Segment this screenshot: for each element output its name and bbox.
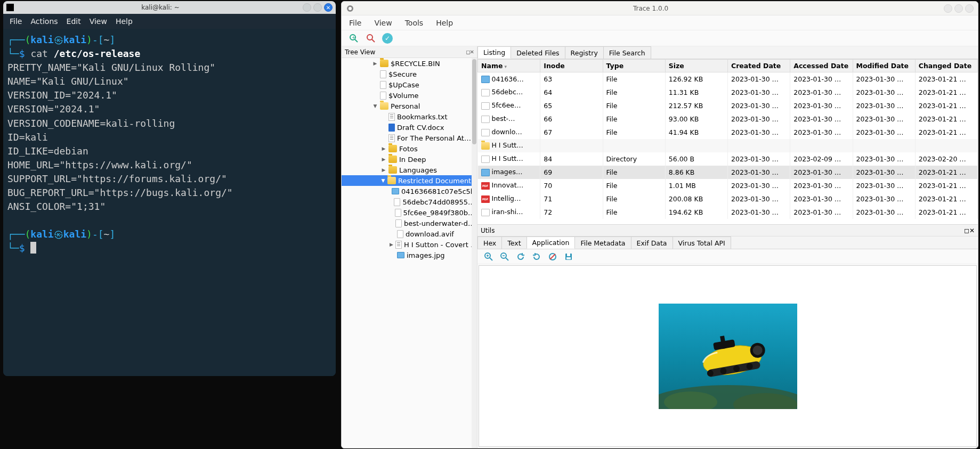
tree-item[interactable]: ▼Restricted Documents: [342, 175, 477, 186]
table-row[interactable]: Innovat…70File1.01 MB2023-01-30 …2023-01…: [478, 179, 978, 192]
tree-item-label: Draft CV.docx: [397, 124, 444, 132]
zoom-in-icon[interactable]: [484, 252, 493, 262]
trace-toolbar: + ✓: [342, 30, 978, 46]
twisty-icon[interactable]: ▶: [381, 167, 386, 173]
panel-controls[interactable]: ◻✕: [466, 49, 474, 55]
table-row[interactable]: 041636…63File126.92 KB2023-01-30 …2023-0…: [478, 72, 978, 86]
table-row[interactable]: 56debc…64File11.31 KB2023-01-30 …2023-01…: [478, 86, 978, 99]
column-header[interactable]: Type: [603, 60, 665, 72]
zoom-tool-icon[interactable]: [365, 32, 377, 44]
table-row[interactable]: best-…66File93.00 KB2023-01-30 …2023-01-…: [478, 112, 978, 126]
twisty-icon[interactable]: ▶: [381, 146, 386, 151]
check-icon[interactable]: ✓: [382, 33, 393, 44]
menu-help[interactable]: Help: [436, 19, 453, 27]
menu-view[interactable]: View: [90, 17, 107, 26]
svg-point-1: [349, 7, 352, 10]
tree-item[interactable]: Draft CV.docx: [342, 122, 477, 133]
utils-controls[interactable]: ◻✕: [964, 227, 975, 234]
tree-item[interactable]: best-underwater-d…: [342, 218, 477, 228]
column-header[interactable]: Changed Date: [915, 60, 977, 72]
tree-item[interactable]: images.jpg: [342, 250, 477, 260]
table-row[interactable]: images…69File8.86 KB2023-01-30 …2023-01-…: [478, 166, 978, 179]
svg-line-15: [550, 254, 555, 259]
twisty-icon[interactable]: ▶: [372, 61, 378, 66]
tree-item[interactable]: ▶Languages: [342, 165, 477, 175]
tab-metadata[interactable]: File Metadata: [574, 236, 631, 249]
tab-filesearch[interactable]: File Search: [603, 46, 651, 59]
twisty-icon[interactable]: ▼: [372, 103, 378, 109]
listing-table[interactable]: NameInodeTypeSizeCreated DateAccessed Da…: [477, 59, 978, 224]
cell: 2023-01-30 …: [790, 86, 853, 99]
menu-view[interactable]: View: [374, 19, 392, 27]
tree-item[interactable]: 56debc74dd08955…: [342, 197, 477, 207]
table-row[interactable]: 5fc6ee…65File212.57 KB2023-01-30 …2023-0…: [478, 99, 978, 112]
twisty-icon[interactable]: ▶: [390, 242, 393, 247]
zoom-out-icon[interactable]: [500, 252, 509, 262]
column-header[interactable]: Inode: [540, 60, 603, 72]
tab-registry[interactable]: Registry: [565, 46, 604, 59]
tab-hex[interactable]: Hex: [477, 236, 502, 249]
minimize-button[interactable]: [303, 3, 311, 12]
tree-item-label: Fotos: [399, 145, 418, 153]
tab-listing[interactable]: Listing: [477, 46, 511, 59]
terminal-body[interactable]: ┌──(kali㉿kali)-[~] └─$ cat /etc/os-relea…: [3, 29, 336, 376]
column-header[interactable]: Name: [478, 60, 540, 72]
txt-icon: [388, 113, 395, 121]
tab-deleted[interactable]: Deleted Files: [511, 46, 565, 59]
column-header[interactable]: Created Date: [728, 60, 790, 72]
trace-window: Trace 1.0.0 File View Tools Help + ✓ Tre…: [341, 1, 978, 448]
tree-item[interactable]: Bookmarks.txt: [342, 111, 477, 122]
maximize-button[interactable]: [313, 3, 322, 12]
terminal-titlebar[interactable]: kali@kali: ~ ✕: [3, 1, 336, 14]
tab-application[interactable]: Application: [527, 236, 576, 249]
close-button[interactable]: [965, 4, 974, 13]
menu-actions[interactable]: Actions: [30, 17, 58, 26]
tab-exif[interactable]: Exif Data: [631, 236, 673, 249]
menu-help[interactable]: Help: [116, 17, 133, 26]
close-button[interactable]: ✕: [324, 3, 333, 12]
column-header[interactable]: Modified Date: [853, 60, 915, 72]
tab-text[interactable]: Text: [501, 236, 527, 249]
column-header[interactable]: Size: [665, 60, 727, 72]
column-header[interactable]: Accessed Date: [790, 60, 853, 72]
file-icon: [481, 209, 490, 216]
tree-item[interactable]: ▶In Deep: [342, 154, 477, 165]
save-icon[interactable]: [564, 252, 573, 262]
tree-item[interactable]: $Volume: [342, 90, 477, 101]
menu-edit[interactable]: Edit: [67, 17, 81, 26]
twisty-icon[interactable]: ▶: [381, 157, 386, 162]
tree-scrollbar[interactable]: [472, 58, 477, 448]
tree-item[interactable]: 5fc6ee_9849f380b…: [342, 207, 477, 218]
tree-item[interactable]: ▶Fotos: [342, 143, 477, 154]
table-row[interactable]: iran-shi…72File194.62 KB2023-01-30 …2023…: [478, 206, 978, 219]
tree-body[interactable]: ▶$RECYCLE.BIN$Secure$UpCase$Volume▼Perso…: [342, 58, 477, 448]
maximize-button[interactable]: [954, 4, 963, 13]
tree-item[interactable]: For The Personal At…: [342, 133, 477, 143]
twisty-icon[interactable]: ▼: [381, 178, 385, 183]
table-row[interactable]: H I Sutt…: [478, 139, 978, 152]
table-row[interactable]: H I Sutt…84Directory56.00 B2023-01-30 …2…: [478, 152, 978, 166]
tree-item[interactable]: $Secure: [342, 69, 477, 79]
tree-item[interactable]: $UpCase: [342, 79, 477, 90]
menu-file[interactable]: File: [10, 17, 22, 26]
disable-icon[interactable]: [548, 252, 557, 262]
tree-item[interactable]: ▶$RECYCLE.BIN: [342, 58, 477, 69]
tree-item[interactable]: ▼Personal: [342, 101, 477, 111]
trace-titlebar[interactable]: Trace 1.0.0: [342, 2, 978, 15]
rotate-right-icon[interactable]: [532, 252, 541, 262]
tree-item[interactable]: download.avif: [342, 228, 477, 239]
table-row[interactable]: Intellig…71File200.08 KB2023-01-30 …2023…: [478, 192, 978, 206]
tab-virustotal[interactable]: Virus Total API: [673, 236, 731, 249]
scroll-thumb[interactable]: [472, 59, 476, 144]
foldero-icon: [380, 102, 388, 110]
cell: 2023-01-30 …: [790, 166, 853, 179]
menu-file[interactable]: File: [349, 19, 361, 27]
tree-item[interactable]: 041636681c07e5c5b…: [342, 186, 477, 197]
rotate-left-icon[interactable]: [516, 252, 525, 262]
zoom-in-icon[interactable]: +: [348, 32, 360, 44]
menu-tools[interactable]: Tools: [405, 19, 424, 27]
tree-item[interactable]: ▶H I Sutton - Covert …: [342, 239, 477, 250]
cell: File: [603, 179, 665, 192]
minimize-button[interactable]: [944, 4, 952, 13]
table-row[interactable]: downlo…67File41.94 KB2023-01-30 …2023-01…: [478, 126, 978, 139]
